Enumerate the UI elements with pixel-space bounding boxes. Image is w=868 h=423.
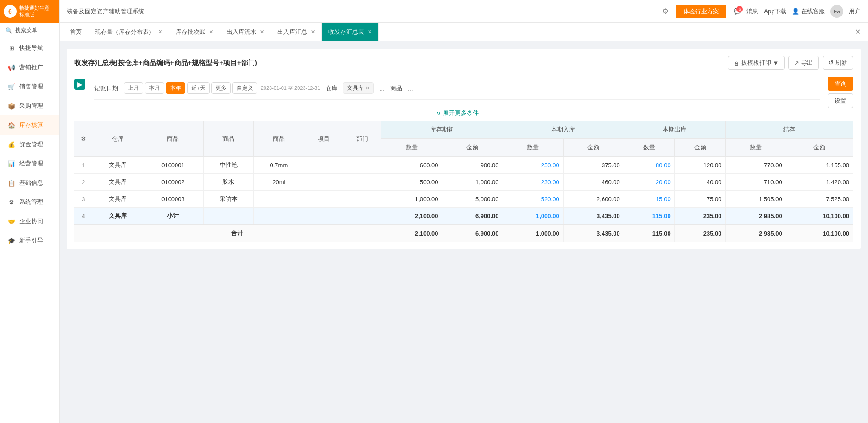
sidebar-item-sales[interactable]: 🛒 销售管理 bbox=[0, 77, 59, 96]
purchase-icon: 📦 bbox=[7, 102, 16, 110]
th-department: 部门 bbox=[343, 121, 381, 157]
date-btn-7days[interactable]: 近7天 bbox=[187, 82, 210, 94]
goods-more-options[interactable]: ... bbox=[408, 85, 413, 92]
app-download-link[interactable]: App下载 bbox=[764, 7, 786, 16]
subtotal-number: 4 bbox=[74, 208, 93, 225]
row-project bbox=[304, 157, 343, 174]
total-open-amt: 6,900.00 bbox=[442, 225, 503, 242]
tab-flow-close[interactable]: ✕ bbox=[260, 29, 264, 35]
experience-button[interactable]: 体验行业方案 bbox=[676, 5, 726, 18]
table-row: 1 文具库 0100001 中性笔 0.7mm 600.00 900.00 25… bbox=[74, 157, 853, 174]
warehouse-more-options[interactable]: ... bbox=[379, 85, 385, 92]
tab-bar-close-btn[interactable]: ✕ bbox=[851, 27, 864, 36]
tab-batch-ledger-close[interactable]: ✕ bbox=[209, 29, 213, 35]
filter-toggle[interactable]: ▶ bbox=[74, 79, 87, 90]
data-table: ⚙ 仓库 商品 商品 商品 项目 部门 库存期初 本期入库 本期出库 结存 bbox=[74, 121, 853, 242]
tab-flow[interactable]: 出入库流水 ✕ bbox=[220, 23, 271, 41]
query-button[interactable]: 查询 bbox=[828, 77, 853, 91]
avatar[interactable]: Ea bbox=[830, 5, 843, 18]
page-content: 收发存汇总表(按仓库+商品编码+商品+规格型号+项目+部门) 🖨 拔模板打印 ▼… bbox=[60, 41, 868, 423]
date-label: 记账日期 bbox=[94, 84, 118, 93]
th-goods-name: 商品 bbox=[204, 121, 254, 157]
page-title: 收发存汇总表(按仓库+商品编码+商品+规格型号+项目+部门) bbox=[74, 59, 257, 67]
tab-recv-send-close[interactable]: ✕ bbox=[368, 29, 372, 35]
date-btn-this-month[interactable]: 本月 bbox=[145, 82, 164, 94]
date-btn-this-year[interactable]: 本年 bbox=[166, 82, 185, 94]
row-in-qty[interactable]: 520.00 bbox=[503, 191, 563, 208]
tab-batch-ledger[interactable]: 库存批次账 ✕ bbox=[169, 23, 220, 41]
filter-expand-row[interactable]: ∨ 展开更多条件 bbox=[94, 105, 820, 121]
row-warehouse: 文具库 bbox=[93, 191, 143, 208]
tab-bar: 首页 现存量（库存分布表） ✕ 库存批次账 ✕ 出入库流水 ✕ 出入库汇总 ✕ … bbox=[60, 23, 868, 41]
row-in-qty[interactable]: 230.00 bbox=[503, 174, 563, 191]
th-out-qty: 数量 bbox=[624, 139, 674, 157]
row-spec bbox=[254, 191, 304, 208]
table-settings-header[interactable]: ⚙ bbox=[74, 121, 93, 157]
messages-badge[interactable]: 💬6 bbox=[734, 8, 741, 15]
row-open-qty: 600.00 bbox=[381, 157, 442, 174]
row-dept bbox=[343, 191, 381, 208]
header-settings-button[interactable]: ⚙ bbox=[662, 7, 669, 16]
tab-stock-dist-close[interactable]: ✕ bbox=[158, 29, 162, 35]
print-button[interactable]: 🖨 拔模板打印 ▼ bbox=[728, 56, 785, 70]
system-icon: ⚙ bbox=[7, 198, 16, 206]
row-out-qty[interactable]: 15.00 bbox=[624, 191, 674, 208]
filter-setting-button[interactable]: 设置 bbox=[828, 93, 853, 108]
subtotal-empty2 bbox=[254, 208, 304, 225]
sidebar-item-label: 快捷导航 bbox=[19, 44, 43, 52]
row-open-qty: 1,000.00 bbox=[381, 191, 442, 208]
row-out-qty[interactable]: 20.00 bbox=[624, 174, 674, 191]
sidebar-item-system[interactable]: ⚙ 系统管理 bbox=[0, 192, 59, 212]
sidebar-item-quick-nav[interactable]: ⊞ 快捷导航 bbox=[0, 38, 59, 58]
row-in-qty[interactable]: 250.00 bbox=[503, 157, 563, 174]
subtotal-out-qty[interactable]: 115.00 bbox=[624, 208, 674, 225]
sidebar-item-operations[interactable]: 📊 经营管理 bbox=[0, 154, 59, 173]
warehouse-tag-close[interactable]: ✕ bbox=[365, 85, 370, 91]
filter-arrow-icon[interactable]: ▶ bbox=[74, 79, 85, 90]
subtotal-out-amt: 235.00 bbox=[674, 208, 725, 225]
system-title: 装备及固定资产辅助管理系统 bbox=[67, 7, 655, 16]
th-goods-code: 商品 bbox=[143, 121, 203, 157]
date-btn-last-month[interactable]: 上月 bbox=[124, 82, 143, 94]
sidebar-search-item[interactable]: 🔍 搜索菜单 bbox=[0, 23, 59, 38]
date-btn-more[interactable]: 更多 bbox=[211, 82, 231, 94]
date-btn-custom[interactable]: 自定义 bbox=[232, 82, 257, 94]
search-icon: 🔍 bbox=[6, 27, 12, 34]
print-icon: 🖨 bbox=[734, 60, 740, 66]
online-service-link[interactable]: 👤 在线客服 bbox=[792, 7, 825, 16]
sidebar-item-inventory[interactable]: 🏠 库存核算 bbox=[0, 115, 59, 135]
subtotal-in-qty[interactable]: 1,000.00 bbox=[503, 208, 563, 225]
page-title-actions: 🖨 拔模板打印 ▼ ↗ 导出 ↺ 刷新 bbox=[728, 56, 854, 70]
subtotal-row: 4 文具库 小计 2,100.00 6,900.00 1,000.00 bbox=[74, 208, 853, 225]
th-close-amt: 金额 bbox=[786, 139, 853, 157]
sidebar-item-marketing[interactable]: 📢 营销推广 bbox=[0, 58, 59, 77]
sidebar-item-finance[interactable]: 💰 资金管理 bbox=[0, 135, 59, 154]
total-label: 合计 bbox=[93, 225, 381, 242]
row-close-qty: 770.00 bbox=[725, 157, 786, 174]
chevron-down-icon: ▼ bbox=[773, 60, 779, 66]
tab-recv-send[interactable]: 收发存汇总表 ✕ bbox=[322, 23, 379, 41]
row-code: 0100001 bbox=[143, 157, 203, 174]
tab-home[interactable]: 首页 bbox=[63, 23, 88, 41]
basic-info-icon: 📋 bbox=[7, 179, 16, 187]
sidebar-item-basic-info[interactable]: 📋 基础信息 bbox=[0, 173, 59, 192]
export-button[interactable]: ↗ 导出 bbox=[788, 56, 819, 70]
th-open-amt: 金额 bbox=[442, 139, 503, 157]
row-name: 中性笔 bbox=[204, 157, 254, 174]
subtotal-open-qty: 2,100.00 bbox=[381, 208, 442, 225]
sidebar-item-enterprise[interactable]: 🤝 企业协同 bbox=[0, 212, 59, 231]
row-out-qty[interactable]: 80.00 bbox=[624, 157, 674, 174]
marketing-icon: 📢 bbox=[7, 63, 16, 71]
th-opening-group: 库存期初 bbox=[381, 121, 503, 139]
subtotal-close-qty: 2,985.00 bbox=[725, 208, 786, 225]
row-close-qty: 710.00 bbox=[725, 174, 786, 191]
subtotal-in-amt: 3,435.00 bbox=[563, 208, 624, 225]
sidebar-item-label: 库存核算 bbox=[19, 121, 43, 129]
sidebar-item-guide[interactable]: 🎓 新手引导 bbox=[0, 231, 59, 250]
refresh-button[interactable]: ↺ 刷新 bbox=[823, 56, 853, 70]
tab-summary[interactable]: 出入库汇总 ✕ bbox=[271, 23, 322, 41]
filter-side-buttons: 查询 设置 bbox=[828, 77, 853, 108]
sidebar-item-purchase[interactable]: 📦 采购管理 bbox=[0, 96, 59, 115]
tab-stock-dist[interactable]: 现存量（库存分布表） ✕ bbox=[88, 23, 169, 41]
tab-summary-close[interactable]: ✕ bbox=[311, 29, 315, 35]
